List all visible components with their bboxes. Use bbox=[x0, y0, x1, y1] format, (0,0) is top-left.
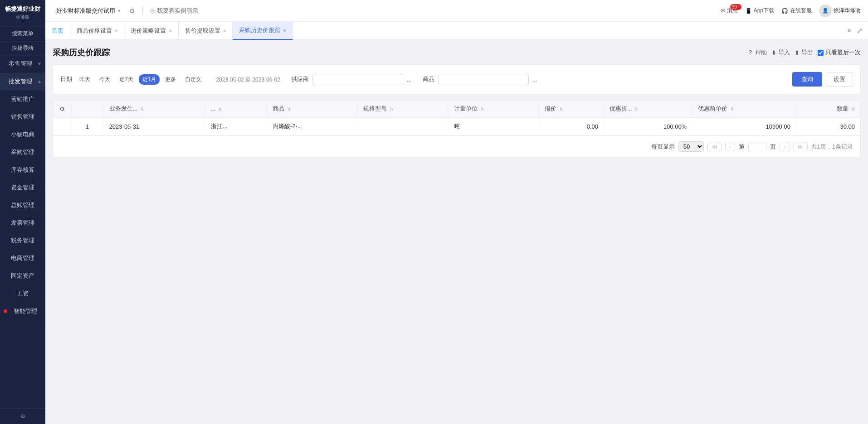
export-button[interactable]: ⬆ 导出 bbox=[795, 48, 813, 57]
tab-close-button[interactable]: × bbox=[845, 26, 853, 36]
prev-page-button[interactable]: ‹ bbox=[725, 142, 735, 151]
sidebar-settings[interactable]: ⚙ bbox=[0, 408, 45, 424]
headset-icon: 🎧 bbox=[781, 8, 788, 14]
tab-purchase-history[interactable]: 采购历史价跟踪 × bbox=[233, 22, 293, 40]
sidebar-item-wholesale[interactable]: 批发管理 ▲ bbox=[0, 73, 45, 91]
col-index bbox=[71, 100, 103, 118]
supplier-input[interactable] bbox=[312, 74, 403, 85]
only-last-checkbox[interactable] bbox=[818, 50, 824, 56]
page-title: 采购历史价跟踪 bbox=[53, 47, 110, 58]
col-quote[interactable]: 报价 ⇅ bbox=[539, 100, 604, 118]
demo-label: 我要看实例演示 bbox=[157, 7, 198, 15]
col-price-before[interactable]: 优惠前单价 ⇅ bbox=[692, 100, 796, 118]
online-service-action[interactable]: 🎧 在线客服 bbox=[781, 7, 812, 14]
sidebar-item-ecommerce[interactable]: 电商管理 bbox=[0, 250, 45, 267]
col-more1[interactable]: ... ⇅ bbox=[205, 100, 267, 118]
col-unit[interactable]: 计量单位 ⇅ bbox=[449, 100, 539, 118]
export-label: 导出 bbox=[801, 48, 813, 57]
sidebar-item-ledger[interactable]: 总账管理 bbox=[0, 197, 45, 214]
sidebar-item-ecommerce-small[interactable]: 小畅电商 bbox=[0, 126, 45, 144]
sidebar-item-inventory[interactable]: 库存核算 bbox=[0, 161, 45, 179]
date-opt-more[interactable]: 更多 bbox=[161, 74, 180, 85]
sidebar-item-invoice[interactable]: 发票管理 bbox=[0, 214, 45, 232]
online-service-label: 在线客服 bbox=[790, 7, 812, 14]
tab-cost-strategy[interactable]: 进价策略设置 × bbox=[124, 22, 178, 40]
query-button[interactable]: 查询 bbox=[792, 72, 822, 87]
tab-price-extract[interactable]: 售价提取设置 × bbox=[179, 22, 233, 40]
tab-maximize-button[interactable]: ⤢ bbox=[855, 25, 864, 36]
sidebar-item-marketing[interactable]: 营销推广 bbox=[0, 91, 45, 108]
col-biz-date[interactable]: 业务发生... ⇅ bbox=[103, 100, 205, 118]
date-opt-today[interactable]: 今天 bbox=[96, 74, 114, 85]
sidebar-item-finance[interactable]: 资金管理 bbox=[0, 179, 45, 197]
phone-icon: 📱 bbox=[745, 8, 752, 14]
product-selector[interactable]: 好业财标准版交付试用 ▾ bbox=[53, 5, 124, 17]
app-download-action[interactable]: 📱 App下载 bbox=[745, 7, 774, 14]
sidebar-item-label: 电商管理 bbox=[4, 254, 42, 262]
col-product[interactable]: 商品 ⇅ bbox=[267, 100, 358, 118]
demo-link[interactable]: ◎ 我要看实例演示 bbox=[150, 7, 198, 15]
message-action[interactable]: ✉ 消息 99+ bbox=[721, 7, 738, 14]
date-opt-7days[interactable]: 近7天 bbox=[116, 74, 137, 85]
date-opt-1month[interactable]: 近1月 bbox=[139, 74, 160, 85]
date-opt-custom[interactable]: 自定义 bbox=[181, 74, 205, 85]
col-discount[interactable]: 优惠折... ⇅ bbox=[604, 100, 692, 118]
page-header-actions: ？ 帮助 ⬇ 导入 ⬆ 导出 只看最后一次 bbox=[747, 48, 861, 57]
tab-home[interactable]: 首页 bbox=[45, 22, 70, 40]
user-icon: 👤 bbox=[822, 8, 829, 14]
product-input[interactable] bbox=[438, 74, 529, 85]
sidebar-nav[interactable]: 快捷导航 bbox=[0, 42, 45, 55]
last-page-button[interactable]: ⏭ bbox=[794, 142, 808, 151]
page-input[interactable]: 1 bbox=[748, 142, 766, 151]
sidebar-item-sales[interactable]: 销售管理 bbox=[0, 108, 45, 126]
avatar: 👤 bbox=[819, 5, 832, 17]
close-icon[interactable]: × bbox=[115, 28, 117, 34]
app-logo: 畅捷通好业财 标准版 bbox=[0, 0, 45, 26]
next-page-button[interactable]: › bbox=[780, 142, 790, 151]
cell-index: 1 bbox=[71, 118, 103, 135]
chevron-down-icon: ▾ bbox=[118, 8, 120, 13]
date-opt-yesterday[interactable]: 昨天 bbox=[76, 74, 94, 85]
help-button[interactable]: ？ 帮助 bbox=[747, 48, 767, 57]
only-last-checkbox-label[interactable]: 只看最后一次 bbox=[818, 48, 861, 57]
sidebar-item-retail[interactable]: 零售管理 ▼ bbox=[0, 55, 45, 73]
cell-price-before: 10900.00 bbox=[692, 118, 796, 135]
user-action[interactable]: 👤 徐泽华修改 bbox=[819, 5, 861, 17]
play-icon: ◎ bbox=[150, 7, 155, 14]
filter-row: 日期 昨天 今天 近7天 近1月 更多 自定义 2023-05-02 至 202… bbox=[60, 72, 853, 87]
cell-quote: 0.00 bbox=[539, 118, 604, 135]
close-icon[interactable]: × bbox=[223, 28, 226, 34]
divider bbox=[142, 6, 143, 15]
sidebar-item-payroll[interactable]: 工资 bbox=[0, 285, 45, 303]
tab-price-settings[interactable]: 商品价格设置 × bbox=[70, 22, 124, 40]
per-page-select[interactable]: 20 50 100 200 bbox=[678, 141, 704, 152]
sidebar-item-ai[interactable]: 智能管理 bbox=[0, 303, 45, 320]
import-button[interactable]: ⬇ 导入 bbox=[771, 48, 790, 57]
sidebar: 畅捷通好业财 标准版 搜索菜单 快捷导航 零售管理 ▼ 批发管理 ▲ 营销推广 … bbox=[0, 0, 45, 424]
date-range-display: 2023-05-02 至 2023-06-02 bbox=[216, 76, 280, 84]
data-table-container: ⚙ 业务发生... ⇅ ... ⇅ 商品 ⇅ 规格型号 ⇅ 计量单位 ⇅ 报价 … bbox=[53, 100, 861, 158]
filter-panel: 日期 昨天 今天 近7天 近1月 更多 自定义 2023-05-02 至 202… bbox=[53, 64, 861, 94]
cell-biz-date: 2023-05-31 bbox=[103, 118, 205, 135]
close-icon[interactable]: × bbox=[169, 28, 171, 34]
per-page-label: 每页显示 bbox=[651, 143, 675, 151]
close-icon[interactable]: × bbox=[283, 28, 286, 33]
app-download-label: App下载 bbox=[754, 7, 774, 14]
product-more-icon[interactable]: ... bbox=[532, 76, 537, 83]
sidebar-item-assets[interactable]: 固定资产 bbox=[0, 267, 45, 285]
sidebar-search[interactable]: 搜索菜单 bbox=[0, 26, 45, 42]
first-page-button[interactable]: ⏮ bbox=[707, 142, 722, 151]
col-quantity[interactable]: 数量 ⇅ bbox=[796, 100, 860, 118]
supplier-more-icon[interactable]: ... bbox=[407, 76, 412, 83]
settings-icon[interactable]: ⚙ bbox=[129, 7, 135, 14]
total-info: 共1页，1条记录 bbox=[811, 143, 853, 151]
chevron-down-icon: ▼ bbox=[37, 61, 42, 66]
import-label: 导入 bbox=[778, 48, 790, 57]
tab-label: 进价策略设置 bbox=[131, 27, 166, 35]
col-gear[interactable]: ⚙ bbox=[53, 100, 71, 118]
filter-settings-button[interactable]: 设置 bbox=[826, 72, 853, 87]
sidebar-item-purchase[interactable]: 采购管理 bbox=[0, 144, 45, 161]
sidebar-item-tax[interactable]: 税务管理 bbox=[0, 232, 45, 250]
page-header: 采购历史价跟踪 ？ 帮助 ⬇ 导入 ⬆ 导出 只看最后一次 bbox=[53, 47, 861, 58]
col-spec[interactable]: 规格型号 ⇅ bbox=[358, 100, 449, 118]
